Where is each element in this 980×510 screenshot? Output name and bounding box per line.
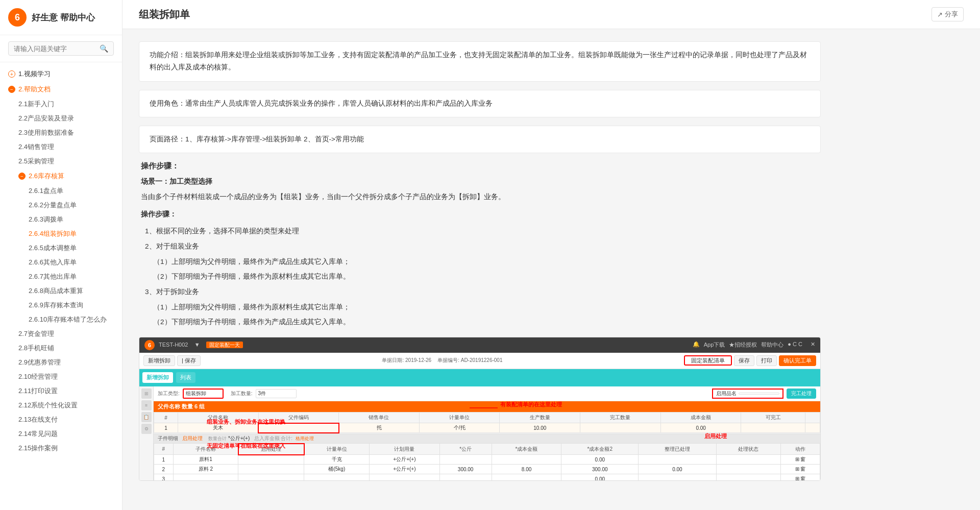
mini-icon-4: ⚙ [141,424,152,434]
form-qty-label: 加工数量: [231,390,253,397]
path-text: 页面路径：1、库存核算->库存管理->组装拆卸单 2、首页->常用功能 [150,135,364,143]
step2-1: （1）上部明细为父件明细，最终作为产成品生成其它入库单； [141,255,819,269]
search-box: 🔍 [8,41,114,56]
form-type-input[interactable]: 组装拆卸 [183,388,224,399]
step2: 2、对于组装业务 [141,240,819,253]
lower-col-code: 启用处理 [238,444,304,455]
sidebar-item-docs[interactable]: − 2.帮助文档 [0,82,122,97]
sidebar-item-install[interactable]: 2.2产品安装及登录 [0,111,122,126]
sidebar-item-cases[interactable]: 2.15操作案例 [0,441,122,455]
col-can-complete: 可完工 [741,412,805,423]
sidebar-item-new-user[interactable]: 2.1新手入门 [0,97,122,111]
sidebar-item-263[interactable]: 2.6.3调拨单 [0,212,122,227]
toolbar-btn-save2[interactable]: 保存 [734,355,754,366]
intro-box: 功能介绍：组装拆卸单用来处理企业组装或拆卸等加工业务，支持有固定装配清单的产品加… [139,41,821,82]
search-icon[interactable]: 🔍 [100,44,108,53]
sidebar-item-purchase[interactable]: 2.5采购管理 [0,154,122,168]
toolbar-btn-print[interactable]: 打印 [756,355,777,366]
toolbar-btn-confirm[interactable]: 确认完工单 [779,355,816,366]
lower-col-cost2: *成本金额2 [561,444,639,455]
step3-1: （1）上部明细为父件明细，最终作为原材料生成其它出库单； [141,301,819,314]
cell-prod-qty: 10.00 [500,423,580,433]
sidebar-item-data-prep[interactable]: 2.3使用前数据准备 [0,126,122,140]
col-prod-qty: 生产数量 [500,412,580,423]
step3-2: （2）下部明细为子件明细，最终作为产成品生成其它入库单。 [141,315,819,329]
enable-label: 启用品名 [716,390,737,397]
sidebar-item-265[interactable]: 2.6.5成本调整单 [0,241,122,255]
sidebar-item-267[interactable]: 2.6.7其他出库单 [0,270,122,284]
sidebar-item-system[interactable]: 2.12系统个性化设置 [0,398,122,412]
app-sidebar-mini: ⊞ ≡ 📋 ⚙ [139,386,154,480]
table-section-header: 父件名称 数量 6 组 [154,401,820,412]
app-content: ⊞ ≡ 📋 ⚙ 加工类型: 组装拆卸 加工数量: 3件 [139,386,820,480]
intro-text: 功能介绍：组装拆卸单用来处理企业组装或拆卸等加工业务，支持有固定装配清单的产品加… [150,51,807,71]
lower-col-no: # [154,444,174,455]
sidebar-item-finance[interactable]: 2.7资金管理 [0,327,122,341]
app-logo-mini: 6 [144,340,155,350]
sidebar-item-262[interactable]: 2.6.2分量盘点单 [0,198,122,212]
sidebar-item-coupon[interactable]: 2.9优惠券管理 [0,355,122,370]
sidebar-item-269[interactable]: 2.6.9库存账本查询 [0,298,122,312]
cell-cost: 0.00 [660,423,741,433]
role-text: 使用角色：通常由生产人员或库管人员完成拆装业务的操作，库管人员确认原材料的出库和… [150,100,493,107]
cell-name: 关木 [178,423,258,433]
app-nav-tabs: 新增拆卸 列表 [139,369,820,386]
content-area: 功能介绍：组装拆卸单用来处理企业组装或拆卸等加工业务，支持有固定装配清单的产品加… [122,29,837,493]
upper-table-area: # 父件名称 父件编码 销售单位 计量单位 生产数量 完工数量 成本金额 可完工 [154,412,820,433]
toolbar-btn-new[interactable]: 新增拆卸 [143,355,175,366]
lower-col-unit: 计量单位 [304,444,370,455]
step3: 3、对于拆卸业务 [141,285,819,299]
share-label: 分享 [945,10,958,19]
sidebar-item-operation[interactable]: 2.10经营管理 [0,370,122,384]
sidebar-item-268[interactable]: 2.6.8商品成本重算 [0,284,122,298]
lower-col-qty1: 计划用量 [370,444,439,455]
nav-tab-assembly[interactable]: 新增拆卸 [142,372,173,383]
nav-tree: + 1.视频学习 − 2.帮助文档 2.1新手入门 2.2产品安装及登录 2.3… [0,62,122,510]
sidebar-item-inventory[interactable]: − 2.6库存核算 [0,168,122,184]
lower-table-row-1: 1 原料1 千克 +公斤+(+) 0.00 [154,455,820,465]
toolbar-btn-fixed[interactable]: 固定装配清单 [684,355,732,366]
confirm-btn-mini[interactable]: 完工处理 [787,388,816,399]
sidebar-item-payment[interactable]: 2.13在线支付 [0,412,122,427]
page-title: 组装拆卸单 [139,8,190,21]
app-title-text: TEST-H002 ▼ 固定装配一天 [159,342,689,349]
mini-icon-2: ≡ [141,400,152,410]
col-done-qty: 完工数量 [580,412,661,423]
nav-tab-list[interactable]: 列表 [176,372,195,383]
search-area: 🔍 [0,35,122,62]
sidebar-label-video: 1.视频学习 [18,69,51,79]
cell-can-complete [741,423,805,433]
search-input[interactable] [14,45,100,53]
col-parent-name: 父件名称 [178,412,258,423]
form-type-label: 加工类型: [158,390,180,397]
mini-icon-3: 📋 [141,412,152,422]
logo-text: 好生意 帮助中心 [32,12,95,23]
steps-sub-title: 操作步骤： [141,208,819,221]
cell-done-qty [580,423,661,433]
sidebar-item-print[interactable]: 2.11打印设置 [0,384,122,398]
sidebar-item-261[interactable]: 2.6.1盘点单 [0,184,122,198]
sidebar-item-264[interactable]: 2.6.4组装拆卸单 [0,227,122,241]
col-no: # [154,412,178,423]
col-sales-unit: 销售单位 [339,412,420,423]
form-qty-input[interactable]: 3件 [256,389,297,398]
scene1-desc: 当由多个子件材料组装成一个成品的业务为【组装】业务，当由一个父件拆分成多个子产品… [141,190,819,204]
enable-input[interactable] [739,393,779,395]
cell-no: 1 [154,423,178,433]
logo-area: 6 好生意 帮助中心 [0,0,122,35]
toolbar-btn-save[interactable]: | 保存 [177,355,201,366]
sidebar-item-faq[interactable]: 2.14常见问题 [0,427,122,441]
app-toolbar: 新增拆卸 | 保存 单据日期: 2019-12-26 单据编号: AD-2019… [139,353,820,369]
toggle-icon-docs: − [8,86,15,93]
sidebar-item-mobile[interactable]: 2.8手机旺铺 [0,341,122,355]
app-title-icons: 🔔App下载★招经授权帮助中心● C C ✕ [693,341,815,349]
sidebar-item-2610[interactable]: 2.6.10库存账本错了怎么办 [0,312,122,327]
lower-table-row-3: 30.00⊞ 窗 [154,474,820,480]
sidebar-item-video[interactable]: + 1.视频学习 [0,66,122,82]
sidebar-item-266[interactable]: 2.6.6其他入库单 [0,255,122,270]
lower-col-cost1: *成本金额 [492,444,561,455]
mini-icon-1: ⊞ [141,388,152,399]
topbar: 组装拆卸单 ↗ 分享 [122,0,980,29]
share-button[interactable]: ↗ 分享 [932,7,964,21]
sidebar-item-sales[interactable]: 2.4销售管理 [0,140,122,154]
